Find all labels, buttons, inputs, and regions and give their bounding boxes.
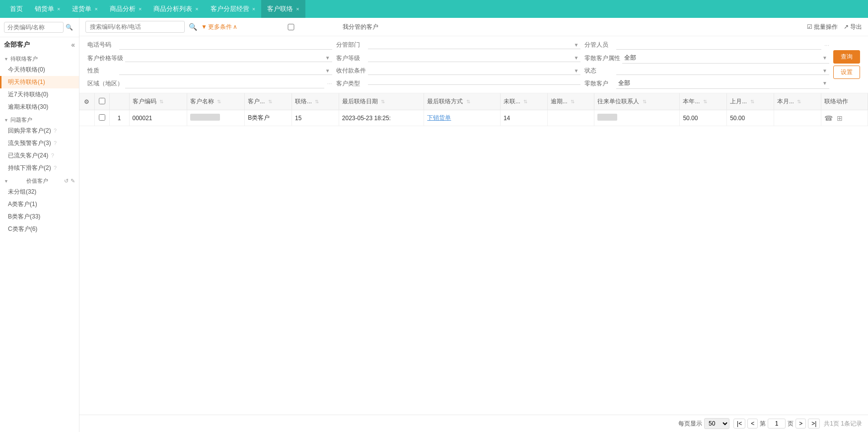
nav-item-销货单[interactable]: 销货单× [29,0,66,18]
value-refresh-icon[interactable]: ↺ [64,178,69,184]
close-tab-icon[interactable]: × [252,6,255,12]
close-tab-icon[interactable]: × [139,6,142,12]
export-icon: ↗ [844,23,849,30]
retail-customer-select[interactable]: 全部 ▼ [616,78,829,89]
overdue-sort[interactable]: ⇅ [571,99,575,104]
date-sort[interactable]: ⇅ [381,99,385,104]
phone-label: 电话号码 [87,41,117,49]
main-search-input[interactable] [85,21,185,33]
my-customers-checkbox[interactable] [241,24,341,30]
per-page-label: 每页显示 [678,420,702,428]
nav-item-商品分析[interactable]: 商品分析× [104,0,147,18]
close-tab-icon[interactable]: × [195,6,198,12]
branch-person-input[interactable] [616,40,821,50]
sidebar-item-bclass[interactable]: B类客户(33) [0,211,79,223]
retail-attr-select[interactable]: 全部 ▼ [622,53,829,64]
uncontacted-sort[interactable]: ⇅ [523,99,527,104]
sidebar-item-7days[interactable]: 近7天待联络(0) [0,88,79,101]
nav-item-客户分层经营[interactable]: 客户分层经营× [205,0,261,18]
sidebar: 🔍 全部客户 « 待联络客户 今天待联络(0) 明天待联络(1) 近7天待联络(… [0,18,79,432]
sidebar-item-ungrouped[interactable]: 未分组(32) [0,186,79,198]
gender-select[interactable]: ▼ [119,67,332,75]
phone-action-icon[interactable]: ☎ [824,114,833,122]
sidebar-item-lostwarning[interactable]: 流失预警客户(3) ? [0,137,79,149]
row-checkbox[interactable] [99,114,105,121]
sidebar-item-overdue[interactable]: 逾期未联络(30) [0,101,79,113]
sidebar-item-aclass[interactable]: A类客户(1) [0,198,79,211]
sidebar-item-tomorrow[interactable]: 明天待联络(1) [0,76,79,88]
name-sort[interactable]: ⇅ [217,99,221,104]
type-sort[interactable]: ⇅ [268,99,272,104]
payment-select[interactable]: ▼ [368,67,581,75]
sidebar-item-today[interactable]: 今天待联络(0) [0,64,79,76]
main-search-icon[interactable]: 🔍 [189,23,197,31]
sidebar-all-customers[interactable]: 全部客户 « [0,37,79,52]
year-sort[interactable]: ⇅ [703,99,707,104]
sidebar-item-lost[interactable]: 已流失客户(24) ? [0,149,79,162]
filter-region: 区域（地区） ··· [87,79,332,88]
col-contact: 联络... ⇅ [292,93,339,110]
nav-item-首页[interactable]: 首页 [4,0,29,18]
col-overdue: 逾期... ⇅ [547,93,594,110]
last-page-btn[interactable]: >| [808,419,820,429]
select-all-checkbox[interactable] [99,98,105,104]
phone-input[interactable] [119,40,332,50]
per-page-select[interactable]: 50 100 200 [704,418,729,429]
page-input[interactable] [768,419,786,429]
filter-phone: 电话号码 [87,40,332,50]
sidebar-search-icon[interactable]: 🔍 [66,24,73,31]
sidebar-item-abnormal[interactable]: 回购异常客户(2) ? [0,125,79,137]
first-page-btn[interactable]: |< [733,419,745,429]
unit-sort[interactable]: ⇅ [643,99,647,104]
customer-type-select[interactable] [368,82,581,85]
batch-ops-btn[interactable]: ☑ 批量操作 [807,23,838,31]
method-sort[interactable]: ⇅ [466,99,470,104]
contact-sort[interactable]: ⇅ [315,99,319,104]
retail-attr-label: 零散客户属性 [584,54,620,63]
filter-gender: 性质 ▼ [87,67,332,75]
method-link[interactable]: 下销货单 [427,114,451,121]
close-tab-icon[interactable]: × [57,6,60,12]
nav-item-商品分析列表[interactable]: 商品分析列表× [147,0,204,18]
branch-person-dots[interactable]: ··· [824,42,829,49]
status-select[interactable]: ▼ [616,67,829,75]
filter-arrow-icon: ∧ [233,23,237,30]
col-type: 客户... ⇅ [245,93,292,110]
nav-item-客户联络[interactable]: 客户联络× [261,0,305,18]
export-btn[interactable]: ↗ 导出 [844,23,862,31]
sidebar-search-input[interactable] [4,22,64,33]
tmonth-sort[interactable]: ⇅ [797,99,801,104]
sidebar-item-declining[interactable]: 持续下滑客户(2) ? [0,162,79,174]
next-page-btn[interactable]: > [796,419,806,429]
close-tab-icon[interactable]: × [94,6,97,12]
price-level-select[interactable]: ▼ [125,54,332,62]
code-sort[interactable]: ⇅ [159,99,163,104]
region-input[interactable] [125,79,324,88]
col-num [109,93,129,110]
action-icons: ☎ ⊞ [824,114,865,122]
settings-btn[interactable]: 设置 [833,66,860,79]
branch-dept-select[interactable]: ▼ [368,41,581,49]
sidebar-item-cclass[interactable]: C类客户(6) [0,223,79,235]
my-customers-checkbox-label[interactable]: 我分管的客户 [241,23,378,31]
lmonth-sort[interactable]: ⇅ [750,99,754,104]
close-tab-icon[interactable]: × [296,6,299,12]
gender-label: 性质 [87,67,117,75]
region-dots[interactable]: ··· [327,80,332,87]
nav-item-进货单[interactable]: 进货单× [66,0,103,18]
customer-level-select[interactable]: ▼ [368,54,581,62]
filter-area: 电话号码 分管部门 ▼ 分管人员 [79,36,868,93]
sidebar-search-area: 🔍 [0,18,79,37]
prev-page-btn[interactable]: < [747,419,758,429]
branch-dept-label: 分管部门 [336,41,366,49]
col-last-date: 最后联络日期 ⇅ [339,93,424,110]
grid-action-icon[interactable]: ⊞ [837,114,843,122]
query-btn[interactable]: 查询 [833,50,860,64]
value-edit-icon[interactable]: ✎ [71,178,75,184]
col-settings[interactable]: ⚙ [79,93,94,110]
name-blurred [190,114,220,121]
more-filters-label: 更多条件 [208,23,232,31]
sidebar-all-label: 全部客户 [4,40,30,49]
row-settings [79,110,94,126]
more-filters-btn[interactable]: ▼ 更多条件 ∧ [201,23,237,31]
